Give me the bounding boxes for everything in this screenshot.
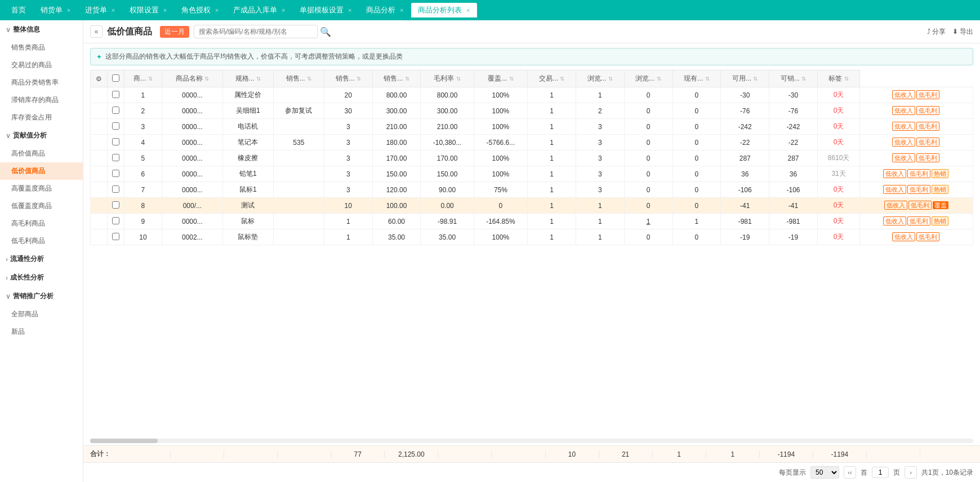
- sidebar-group-overall[interactable]: ∨ 整体信息: [0, 20, 83, 39]
- row-checkbox[interactable]: [112, 217, 119, 224]
- search-input[interactable]: [194, 25, 318, 38]
- col-header-sales-price[interactable]: 销售... ⇅: [324, 70, 372, 87]
- sidebar-item-traded[interactable]: 交易过的商品: [0, 56, 83, 74]
- col-header-tags[interactable]: 标签 ⇅: [817, 70, 859, 87]
- close-icon[interactable]: ×: [163, 7, 167, 14]
- nav-sales[interactable]: 销货单 ×: [34, 3, 77, 17]
- cell-checkbox[interactable]: [108, 103, 124, 119]
- col-header-checkbox[interactable]: [108, 70, 124, 87]
- cell-checkbox[interactable]: [108, 229, 124, 245]
- row-checkbox[interactable]: [112, 122, 119, 130]
- nav-template[interactable]: 单据模板设置 ×: [293, 3, 358, 17]
- row-checkbox[interactable]: [112, 170, 119, 177]
- col-header-sales-qty[interactable]: 销售... ⇅: [273, 70, 324, 87]
- first-page-button[interactable]: ‹‹: [844, 466, 856, 479]
- cell-sales-qty: 3: [324, 151, 372, 166]
- cell-checkbox[interactable]: [108, 166, 124, 182]
- sidebar-group-liquidity[interactable]: › 流通性分析: [0, 250, 83, 268]
- cell-checkbox[interactable]: [108, 182, 124, 198]
- sidebar-item-high-profit[interactable]: 高毛利商品: [0, 215, 83, 232]
- sidebar-item-low-profit[interactable]: 低毛利商品: [0, 232, 83, 250]
- row-checkbox[interactable]: [112, 154, 119, 161]
- close-icon[interactable]: ×: [348, 7, 351, 14]
- col-header-current-stock[interactable]: 现有... ⇅: [672, 70, 721, 87]
- col-header-spec[interactable]: 规格... ⇅: [222, 70, 273, 87]
- close-icon[interactable]: ×: [215, 7, 219, 14]
- next-page-button[interactable]: ›: [905, 466, 917, 479]
- row-checkbox[interactable]: [112, 233, 119, 240]
- sidebar-group-marketing[interactable]: ∨ 营销推广分析: [0, 287, 83, 306]
- cell-trade: 3: [576, 119, 624, 135]
- sidebar-item-new-products[interactable]: 新品: [0, 323, 83, 341]
- col-header-name[interactable]: 商品名称 ⇅: [162, 70, 222, 87]
- sidebar-item-low-coverage[interactable]: 低覆盖度商品: [0, 197, 83, 215]
- cell-checkbox[interactable]: [108, 198, 124, 214]
- close-icon[interactable]: ×: [282, 7, 285, 14]
- cell-checkbox[interactable]: [108, 135, 124, 151]
- cell-checkbox[interactable]: [108, 119, 124, 135]
- row-checkbox[interactable]: [112, 138, 119, 145]
- close-icon[interactable]: ×: [112, 7, 115, 14]
- sidebar-group-growth[interactable]: › 成长性分析: [0, 268, 83, 287]
- cell-sales-amount: -10,380...: [421, 135, 474, 151]
- select-all-checkbox[interactable]: [112, 74, 119, 82]
- col-header-trade[interactable]: 交易... ⇅: [528, 70, 576, 87]
- row-checkbox[interactable]: [112, 201, 119, 209]
- browse-link[interactable]: 1: [647, 218, 651, 225]
- nav-roles[interactable]: 角色授权 ×: [175, 3, 225, 17]
- sidebar-item-high-coverage[interactable]: 高覆盖度商品: [0, 180, 83, 197]
- sidebar-group-contribution[interactable]: ∨ 贡献值分析: [0, 126, 83, 145]
- collapse-sidebar-button[interactable]: «: [90, 25, 103, 38]
- nav-permissions[interactable]: 权限设置 ×: [123, 3, 173, 17]
- table-wrapper[interactable]: ⚙ 商... ⇅ 商品名称 ⇅ 规格... ⇅ 销售... ⇅ 销售... ⇅ …: [83, 70, 980, 436]
- sidebar-item-all-products[interactable]: 全部商品: [0, 306, 83, 323]
- row-checkbox[interactable]: [112, 107, 119, 114]
- horizontal-scrollbar[interactable]: [90, 439, 973, 443]
- scroll-thumb[interactable]: [90, 439, 158, 443]
- cell-name: 鼠标1: [222, 182, 273, 198]
- export-button[interactable]: ⬇ 导出: [952, 27, 973, 37]
- col-header-saleable[interactable]: 可销... ⇅: [769, 70, 818, 87]
- sidebar-item-stock-capital[interactable]: 库存资金占用: [0, 109, 83, 126]
- close-icon[interactable]: ×: [67, 7, 70, 14]
- sidebar-item-slow-moving[interactable]: 滞销库存的商品: [0, 91, 83, 109]
- sidebar-item-sales-products[interactable]: 销售类商品: [0, 39, 83, 56]
- nav-purchase[interactable]: 进货单 ×: [78, 3, 122, 17]
- col-header-profit-rate[interactable]: 毛利率 ⇅: [421, 70, 474, 87]
- cell-spec: [273, 229, 324, 245]
- col-header-code[interactable]: 商... ⇅: [124, 70, 162, 87]
- cell-current-stock: -242: [721, 119, 769, 135]
- col-header-browse2[interactable]: 浏览... ⇅: [624, 70, 672, 87]
- col-header-available[interactable]: 可用... ⇅: [721, 70, 769, 87]
- cell-trade: 1: [576, 229, 624, 245]
- nav-product-in[interactable]: 产成品入库单 ×: [226, 3, 292, 17]
- close-icon[interactable]: ×: [400, 7, 403, 14]
- col-header-sales-amount[interactable]: 销售... ⇅: [372, 70, 421, 87]
- cell-checkbox[interactable]: [108, 151, 124, 166]
- sidebar-item-high-value[interactable]: 高价值商品: [0, 145, 83, 162]
- share-button[interactable]: ⤴ 分享: [927, 27, 946, 37]
- cell-checkbox[interactable]: [108, 87, 124, 103]
- per-page-select[interactable]: 50 100 200: [810, 466, 839, 479]
- row-checkbox[interactable]: [112, 91, 119, 98]
- cell-sales-amount: -98.91: [421, 214, 474, 229]
- page-number-input[interactable]: [872, 467, 889, 478]
- sidebar-item-low-value[interactable]: 低价值商品: [0, 162, 83, 180]
- cell-name: 属性定价: [222, 87, 273, 103]
- nav-product-analysis-list[interactable]: 商品分析列表 ×: [411, 3, 476, 17]
- cell-code: 0000...: [162, 166, 222, 182]
- nav-product-analysis[interactable]: 商品分析 ×: [359, 3, 410, 17]
- close-icon[interactable]: ×: [466, 7, 470, 14]
- col-header-coverage[interactable]: 覆盖... ⇅: [474, 70, 527, 87]
- col-header-settings[interactable]: ⚙: [91, 70, 108, 87]
- nav-home[interactable]: 首页: [5, 3, 33, 17]
- row-checkbox[interactable]: [112, 185, 119, 193]
- search-button[interactable]: 🔍: [320, 26, 331, 37]
- export-icon: ⬇: [952, 28, 958, 36]
- col-header-browse1[interactable]: 浏览... ⇅: [576, 70, 624, 87]
- cell-checkbox[interactable]: [108, 214, 124, 229]
- browse-value: 0: [647, 154, 651, 162]
- sidebar-item-category-rate[interactable]: 商品分类销售率: [0, 74, 83, 91]
- cell-browse2: 0: [672, 151, 721, 166]
- filter-recent-month-button[interactable]: 近一月: [160, 26, 189, 38]
